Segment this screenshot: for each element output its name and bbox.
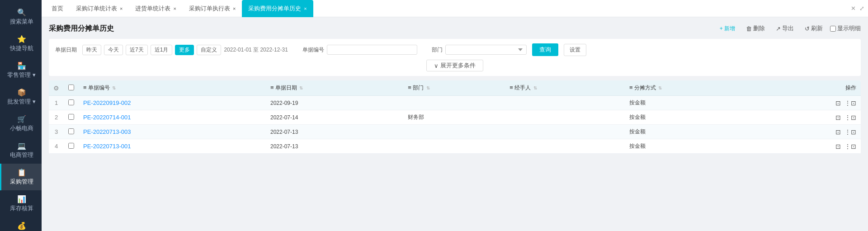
row-checkbox-3[interactable]	[68, 143, 74, 149]
more-icon-2[interactable]: ⋮⊡	[844, 128, 856, 136]
bill-no-label: 单据编号	[302, 46, 324, 54]
sort-bill-no-icon: ⇅	[112, 85, 116, 90]
tab-close-purchase-fee-history[interactable]: ×	[304, 6, 307, 11]
quick-date-today[interactable]: 今天	[104, 45, 123, 55]
expand-more-button[interactable]: ∨ 展开更多条件	[426, 60, 483, 71]
sort-dept-icon: ⇅	[426, 85, 430, 90]
quick-date-yesterday[interactable]: 昨天	[82, 45, 101, 55]
dept-group: 部门	[432, 45, 527, 55]
date-label: 单据日期	[55, 46, 77, 54]
handler-1	[505, 110, 625, 125]
tab-close-inbound-summary[interactable]: ×	[173, 6, 176, 11]
show-cols-checkbox[interactable]	[830, 26, 836, 32]
table-row: 2 PE-20220714-001 2022-07-14 财务部 按金额 ⊡ ⋮…	[49, 110, 861, 125]
bill-date-1: 2022-07-14	[266, 110, 403, 125]
bill-no-input[interactable]	[327, 45, 417, 55]
gear-icon[interactable]: ⚙	[53, 85, 59, 92]
tab-expand-icon[interactable]: ⤢	[859, 5, 864, 12]
refresh-button[interactable]: ↺ 刷新	[801, 23, 826, 34]
col-action: 操作	[762, 80, 861, 96]
sidebar-item-retail[interactable]: 🏪零售管理 ▾	[0, 57, 42, 84]
tab-close-all-icon[interactable]: ✕	[851, 5, 856, 12]
handler-2	[505, 125, 625, 139]
table-body: 1 PE-20220919-002 2022-09-19 按金额 ⊡ ⋮⊡ 2	[49, 96, 861, 154]
content-area: 采购费用分摊单历史 + 新增 🗑 删除 ↗ 导出 ↺ 刷新 显示明细	[42, 17, 868, 231]
dept-select[interactable]	[445, 45, 527, 55]
row-checkbox-2[interactable]	[68, 128, 74, 134]
bill-no-link-1[interactable]: PE-20220714-001	[83, 114, 131, 121]
sidebar-item-ecommerce[interactable]: 💻电商管理	[0, 137, 42, 164]
data-table: ⚙ ≡ 单据编号 ⇅ ≡ 单据日期 ⇅	[49, 80, 861, 154]
expand-more-row: ∨ 展开更多条件	[55, 60, 854, 71]
more-icon-3[interactable]: ⋮⊡	[844, 143, 856, 150]
row-checkbox-0[interactable]	[68, 99, 74, 105]
handler-0	[505, 96, 625, 110]
delete-button[interactable]: 🗑 删除	[742, 23, 769, 34]
sort-split-icon: ⇅	[658, 85, 662, 90]
tab-inbound-summary[interactable]: 进货单统计表×	[129, 0, 182, 17]
quick-date-custom[interactable]: 自定义	[197, 45, 221, 55]
bill-no-link-0[interactable]: PE-20220919-002	[83, 99, 131, 106]
tab-purchase-fee-history[interactable]: 采购费用分摊单历史×	[242, 0, 313, 17]
tab-close-purchase-exec[interactable]: ×	[233, 6, 236, 11]
sidebar-item-wholesale[interactable]: 📦批发管理 ▾	[0, 84, 42, 110]
view-icon-1[interactable]: ⊡	[835, 114, 841, 121]
export-button[interactable]: ↗ 导出	[772, 23, 797, 34]
tab-label-purchase-fee-history: 采购费用分摊单历史	[248, 5, 301, 12]
search-icon: 🔍	[3, 8, 40, 17]
mini-shop-icon: 🛒	[3, 115, 40, 123]
more-icon-0[interactable]: ⋮⊡	[844, 99, 856, 107]
tab-label-purchase-exec: 采购订单执行表	[189, 5, 230, 12]
action-icons-0: ⊡ ⋮⊡	[767, 99, 856, 107]
view-icon-3[interactable]: ⊡	[835, 143, 841, 150]
wholesale-icon: 📦	[3, 88, 40, 97]
sidebar-item-finance[interactable]: 💰资金管理	[0, 217, 42, 231]
sidebar-item-mini-shop[interactable]: 🛒小畅电商	[0, 110, 42, 137]
split-method-2: 按金额	[625, 125, 762, 139]
chevron-down-icon: ∨	[434, 62, 439, 69]
bill-date-0: 2022-09-19	[266, 96, 403, 110]
col-settings: ⚙	[49, 80, 64, 96]
view-icon-2[interactable]: ⊡	[835, 128, 841, 136]
tab-close-purchase-summary[interactable]: ×	[120, 6, 123, 11]
split-method-1: 按金额	[625, 110, 762, 125]
row-num-1: 2	[49, 110, 64, 125]
tab-purchase-summary[interactable]: 采购订单统计表×	[70, 0, 129, 17]
query-button[interactable]: 查询	[532, 43, 558, 56]
data-table-wrapper: ⚙ ≡ 单据编号 ⇅ ≡ 单据日期 ⇅	[49, 80, 861, 154]
show-cols-toggle[interactable]: 显示明细	[830, 24, 861, 33]
sidebar-item-inventory[interactable]: 📊库存核算	[0, 190, 42, 217]
dept-0	[403, 96, 505, 110]
more-icon-1[interactable]: ⋮⊡	[844, 114, 856, 121]
split-method-0: 按金额	[625, 96, 762, 110]
tab-purchase-exec[interactable]: 采购订单执行表×	[183, 0, 242, 17]
export-icon: ↗	[776, 25, 781, 32]
filter-area: 单据日期 昨天今天近7天近1月更多自定义2022-01-01 至 2022-12…	[49, 39, 861, 76]
quick-date-last7[interactable]: 近7天	[126, 45, 148, 55]
row-num-3: 4	[49, 139, 64, 154]
quick-nav-icon: ⭐	[3, 35, 40, 43]
tab-bar: 首页采购订单统计表×进货单统计表×采购订单执行表×采购费用分摊单历史×✕⤢	[42, 0, 868, 17]
bill-no-link-3[interactable]: PE-20220713-001	[83, 143, 131, 150]
filter-dates: 昨天今天近7天近1月更多自定义2022-01-01 至 2022-12-31	[82, 45, 288, 55]
tab-home[interactable]: 首页	[45, 0, 70, 17]
retail-icon: 🏪	[3, 61, 40, 70]
table-row: 3 PE-20220713-003 2022-07-13 按金额 ⊡ ⋮⊡	[49, 125, 861, 139]
row-checkbox-1[interactable]	[68, 114, 74, 120]
ecommerce-icon: 💻	[3, 141, 40, 150]
bill-no-link-2[interactable]: PE-20220713-003	[83, 128, 131, 135]
sidebar-item-search[interactable]: 🔍搜索菜单	[0, 4, 42, 30]
col-bill-no: ≡ 单据编号 ⇅	[79, 80, 266, 96]
sidebar-item-purchase[interactable]: 📋采购管理	[0, 164, 42, 190]
dept-label: 部门	[432, 46, 443, 54]
settings-button[interactable]: 设置	[564, 44, 586, 56]
quick-date-last1m[interactable]: 近1月	[151, 45, 173, 55]
view-icon-0[interactable]: ⊡	[835, 99, 841, 107]
action-icons-3: ⊡ ⋮⊡	[767, 143, 856, 150]
quick-date-more[interactable]: 更多	[175, 45, 194, 55]
bill-date-3: 2022-07-13	[266, 139, 403, 154]
sidebar-item-quick-nav[interactable]: ⭐快捷导航	[0, 30, 42, 57]
purchase-icon: 📋	[3, 168, 40, 177]
select-all-checkbox[interactable]	[68, 85, 74, 90]
add-button[interactable]: + 新增	[716, 23, 739, 34]
